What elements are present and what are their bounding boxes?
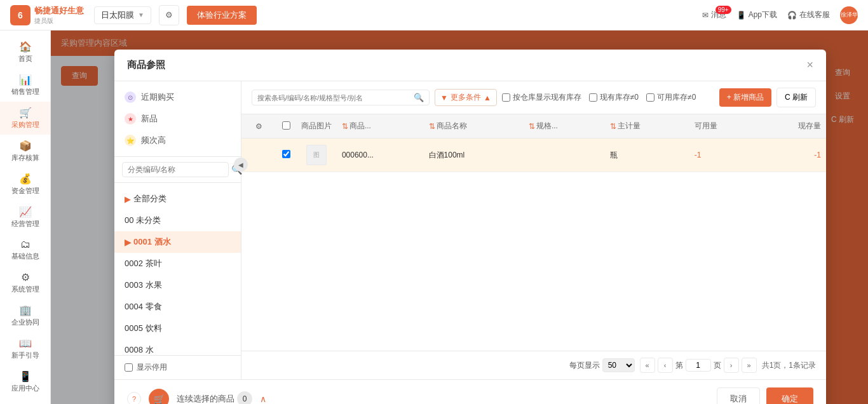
product-search-input[interactable] xyxy=(257,94,414,102)
sidebar-item-basic[interactable]: 🗂 基础信息 xyxy=(0,234,50,266)
table-row[interactable]: 图 000600... 白酒100ml 瓶 -1 -1 xyxy=(241,138,826,172)
category-item-0004[interactable]: 0004 零食 xyxy=(114,296,241,318)
row-spec xyxy=(524,138,605,172)
col-header-unit[interactable]: ⇅主计量 xyxy=(605,114,689,138)
message-btn[interactable]: ✉ 消息 99+ xyxy=(702,10,726,20)
product-image: 图 xyxy=(306,145,327,165)
sidebar-item-label: 系统管理 xyxy=(11,285,39,294)
add-product-btn[interactable]: + 新增商品 xyxy=(719,88,771,107)
row-checkbox[interactable] xyxy=(277,138,296,172)
phone-icon: 📱 xyxy=(736,11,746,20)
sales-icon: 📊 xyxy=(19,74,32,86)
category-item-00[interactable]: 00 未分类 xyxy=(114,210,241,231)
category-item-0002[interactable]: 0002 茶叶 xyxy=(114,253,241,274)
main-layout: 🏠 首页 📊 销售管理 🛒 采购管理 📦 库存核算 💰 资金管理 📈 经营管理 … xyxy=(0,30,868,404)
active-arrow-icon: ▶ xyxy=(125,238,131,247)
refresh-btn[interactable]: C 刷新 xyxy=(776,88,816,107)
available-not-zero-checkbox[interactable] xyxy=(646,93,654,102)
message-icon: ✉ xyxy=(702,11,709,20)
arrow-up-icon: ▲ xyxy=(484,93,491,102)
logo-text: 畅捷通好生意 捷员版 xyxy=(34,5,84,25)
settings-icon[interactable]: ⚙ xyxy=(159,5,179,25)
table-header-row: ⚙ 商品图片 ⇅商品... xyxy=(241,114,826,138)
stock-not-zero-checkbox[interactable] xyxy=(589,93,597,102)
page-number-input[interactable] xyxy=(686,359,711,372)
sidebar-item-enterprise[interactable]: 🏢 企业协同 xyxy=(0,299,50,332)
filter-checkboxes: 按仓库显示现有库存 现有库存≠0 可用库存≠0 xyxy=(502,92,696,103)
col-header-name[interactable]: ⇅商品名称 xyxy=(424,114,524,138)
category-item-0003[interactable]: 0003 水果 xyxy=(114,274,241,296)
col-header-spec[interactable]: ⇅规格... xyxy=(524,114,605,138)
row-img: 图 xyxy=(296,138,337,172)
category-item-all[interactable]: ▶ 全部分类 xyxy=(114,188,241,210)
product-search-wrap: 🔍 xyxy=(252,90,430,105)
next-page-btn[interactable]: › xyxy=(724,358,739,373)
more-filter-btn[interactable]: ▼ 更多条件 ▲ xyxy=(435,89,497,106)
sidebar-item-label: 首页 xyxy=(18,54,32,64)
product-table: ⚙ 商品图片 ⇅商品... xyxy=(241,114,826,172)
confirm-button[interactable]: 确定 xyxy=(766,387,813,404)
sidebar-item-guide[interactable]: 📖 新手引导 xyxy=(0,332,50,365)
col-header-code[interactable]: ⇅商品... xyxy=(337,114,424,138)
user-area[interactable]: 徐泽华 xyxy=(840,6,858,24)
category-list: ▶ 全部分类 00 未分类 ▶ 0001 酒水 0002 茶叶 xyxy=(114,183,241,355)
select-all-checkbox[interactable] xyxy=(282,121,290,130)
sidebar-item-label: 采购管理 xyxy=(11,120,39,130)
help-icon[interactable]: ? xyxy=(127,392,141,404)
category-item-0005[interactable]: 0005 饮料 xyxy=(114,318,241,339)
first-page-btn[interactable]: « xyxy=(640,358,655,373)
category-item-0008[interactable]: 0008 水 xyxy=(114,339,241,355)
row-name: 白酒100ml xyxy=(424,138,524,172)
recent-tab[interactable]: ⊙ 近期购买 xyxy=(114,86,241,108)
page-size-dropdown[interactable]: 20 50 100 xyxy=(602,358,635,372)
dialog-header: 商品参照 × xyxy=(114,50,826,81)
sidebar-item-finance[interactable]: 💰 资金管理 xyxy=(0,168,50,201)
avatar: 徐泽华 xyxy=(840,6,858,24)
show-disabled-checkbox[interactable] xyxy=(125,363,133,372)
collapse-panel-btn[interactable]: ◀ xyxy=(234,158,248,172)
sidebar-item-system[interactable]: ⚙ 系统管理 xyxy=(0,266,50,299)
col-header-gear[interactable]: ⚙ xyxy=(241,114,277,138)
product-table-wrap: ⚙ 商品图片 ⇅商品... xyxy=(241,114,826,351)
sidebar-item-member[interactable]: V 畅会员 xyxy=(0,398,50,404)
show-disabled-label[interactable]: 显示停用 xyxy=(137,362,167,373)
new-tab[interactable]: ★ 新品 xyxy=(114,108,241,130)
expand-icon: ▶ xyxy=(125,194,131,204)
sidebar-item-home[interactable]: 🏠 首页 xyxy=(0,36,50,69)
row-select-checkbox[interactable] xyxy=(282,150,290,158)
prev-page-btn[interactable]: ‹ xyxy=(658,358,673,373)
category-item-0001[interactable]: ▶ 0001 酒水 xyxy=(114,231,241,253)
sidebar-item-operations[interactable]: 📈 经营管理 xyxy=(0,201,50,234)
available-check-label[interactable]: 可用库存≠0 xyxy=(646,92,696,103)
dropdown-arrow-icon: ▼ xyxy=(138,11,144,18)
nav-right: ✉ 消息 99+ 📱 App下载 🎧 在线客服 徐泽华 xyxy=(702,6,858,24)
left-tabs: ⊙ 近期购买 ★ 新品 ⭐ 频次高 xyxy=(114,81,241,157)
collapse-up-icon[interactable]: ∧ xyxy=(260,394,266,404)
row-code: 000600... xyxy=(337,138,424,172)
sidebar-item-sales[interactable]: 📊 销售管理 xyxy=(0,69,50,102)
pagination: 每页显示 20 50 100 « ‹ 第 页 xyxy=(241,351,826,379)
sidebar-item-apps[interactable]: 📱 应用中心 xyxy=(0,365,50,398)
close-icon[interactable]: × xyxy=(806,58,813,72)
main-content: 采购管理内容区域 查询 查询 设置 C 刷新 商品参照 × xyxy=(51,30,868,404)
sidebar-item-label: 销售管理 xyxy=(11,87,39,97)
filter-icon: ▼ xyxy=(440,93,448,102)
warehouse-check-label[interactable]: 按仓库显示现有库存 xyxy=(502,92,581,103)
frequent-tab[interactable]: ⭐ 频次高 xyxy=(114,130,241,151)
sidebar-item-inventory[interactable]: 📦 库存核算 xyxy=(0,135,50,168)
dropdown-selector[interactable]: 日太阳膜 ▼ xyxy=(94,6,151,24)
logo-icon: 6 xyxy=(10,5,31,25)
sidebar-item-label: 新手引导 xyxy=(11,351,39,360)
cancel-button[interactable]: 取消 xyxy=(717,387,760,404)
category-search-input[interactable] xyxy=(122,162,229,177)
cart-icon[interactable]: 🛒 xyxy=(149,389,169,404)
sidebar: 🏠 首页 📊 销售管理 🛒 采购管理 📦 库存核算 💰 资金管理 📈 经营管理 … xyxy=(0,30,51,404)
app-download-btn[interactable]: 📱 App下载 xyxy=(736,10,777,20)
category-search: 🔍 xyxy=(114,157,241,183)
sidebar-item-purchase[interactable]: 🛒 采购管理 xyxy=(0,102,50,135)
experience-btn[interactable]: 体验行业方案 xyxy=(187,6,257,25)
last-page-btn[interactable]: » xyxy=(742,358,757,373)
stock-check-label[interactable]: 现有库存≠0 xyxy=(589,92,639,103)
warehouse-checkbox[interactable] xyxy=(502,93,510,102)
online-service-btn[interactable]: 🎧 在线客服 xyxy=(787,10,830,20)
